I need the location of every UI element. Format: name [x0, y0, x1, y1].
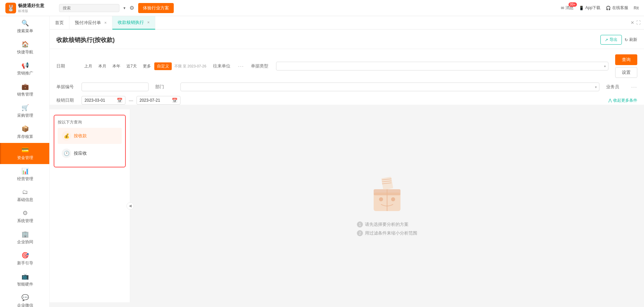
- date-tab-7days[interactable]: 近7天: [124, 62, 140, 70]
- message-badge: 99+: [569, 2, 577, 7]
- query-type-title: 按以下方查询: [58, 119, 122, 125]
- sidebar-item-enterprise[interactable]: 🏢 企业协同: [0, 227, 49, 248]
- query-btn[interactable]: 查询: [615, 54, 637, 65]
- search-icon: 🔍: [21, 19, 29, 27]
- export-icon: ↗: [605, 38, 608, 42]
- top-header: 🐰 畅捷通好生意 标准版 ▾ ⚙ 体验行业方案 ✉ 消息 99+ 📱 App下载…: [0, 0, 644, 16]
- date-tab-last-month[interactable]: 上月: [82, 62, 95, 70]
- tab-verify-close[interactable]: ×: [147, 20, 150, 25]
- date-tab-this-month[interactable]: 本月: [96, 62, 109, 70]
- sidebar-item-inventory[interactable]: 📦 库存核算: [0, 122, 49, 143]
- filter-option-receivable[interactable]: 🕐 按应收: [58, 145, 122, 161]
- doctype-select[interactable]: [276, 62, 608, 70]
- sidebar-label-search: 搜索菜单: [17, 28, 33, 34]
- sidebar-item-wechat[interactable]: 💬 企业微信: [0, 291, 49, 307]
- main-layout: 🔍 搜索菜单 🏠 快捷导航 📢 营销推广 💼 销售管理 🛒 采购管理 📦 库存核…: [0, 16, 644, 307]
- settings-btn[interactable]: 设置: [615, 67, 637, 78]
- sidebar-label-base: 基础信息: [17, 197, 33, 203]
- sidebar-item-quicknav[interactable]: 🏠 快捷导航: [0, 37, 49, 58]
- docnum-input[interactable]: [82, 83, 149, 91]
- date-range-hint: 不限 至 2023-07-26: [174, 64, 206, 69]
- main-table-area: 1 请先选择要分析的方案 2 用过滤条件来缩小分析范围: [130, 109, 644, 302]
- calendar-end-icon[interactable]: 📅: [172, 98, 177, 103]
- app-icon: 📱: [579, 6, 584, 10]
- sidebar-label-quicknav: 快捷导航: [17, 49, 33, 55]
- app-download-btn[interactable]: 📱 App下载: [579, 5, 600, 11]
- tab-prepay-close[interactable]: ×: [104, 20, 107, 25]
- date-tab-more[interactable]: 更多: [140, 62, 154, 70]
- sidebar-item-search[interactable]: 🔍 搜索菜单: [0, 16, 49, 37]
- sidebar-item-finance[interactable]: 💳 资金管理: [0, 143, 49, 164]
- date-tab-this-year[interactable]: 本年: [110, 62, 123, 70]
- tab-close-icon[interactable]: ✕: [631, 20, 634, 25]
- verify-date-label: 核销日期: [56, 97, 75, 103]
- message-icon: ✉: [561, 6, 564, 10]
- app-title: 畅捷通好生意: [18, 3, 44, 9]
- date-tabs: 上月 本月 本年 近7天 更多 自定义 不限 至 2023-07-26: [82, 62, 206, 70]
- refresh-label: 刷新: [629, 37, 637, 43]
- guide-icon: 🎯: [21, 252, 29, 259]
- wechat-icon: 💬: [21, 294, 29, 301]
- main-body: 按以下方查询 💰 按收款 🕐 按应收 ◀: [50, 109, 644, 302]
- search-input[interactable]: [59, 4, 119, 12]
- page-title: 收款核销执行(按收款): [56, 36, 115, 44]
- counterpart-input[interactable]: ···: [238, 63, 244, 69]
- receipt-icon: 💰: [62, 131, 71, 141]
- logo-text: 畅捷通好生意 标准版: [18, 3, 44, 13]
- hint-2-num: 2: [357, 230, 363, 236]
- query-type-panel: 按以下方查询 💰 按收款 🕐 按应收: [54, 115, 126, 167]
- sidebar-label-guide: 新手引导: [17, 260, 33, 266]
- sidebar-item-system[interactable]: ⚙ 系统管理: [0, 206, 49, 227]
- tab-prepay[interactable]: 预付冲应付单 ×: [69, 16, 112, 30]
- collapse-more-btn[interactable]: ⋀ 收起更多条件: [608, 98, 637, 103]
- filter-option-receipt[interactable]: 💰 按收款: [58, 128, 122, 144]
- page-area: 收款核销执行(按收款) ↗ 导出 ↻ 刷新 日期: [50, 30, 644, 307]
- date-label: 日期: [56, 63, 75, 69]
- refresh-btn[interactable]: ↻ 刷新: [625, 35, 637, 45]
- verify-date-end[interactable]: [140, 98, 170, 103]
- operation-icon: 📊: [21, 167, 29, 175]
- date-range-separator: —: [129, 98, 133, 103]
- empty-hints: 1 请先选择要分析的方案 2 用过滤条件来缩小分析范围: [357, 221, 417, 236]
- export-btn[interactable]: ↗ 导出: [600, 35, 622, 45]
- tab-home[interactable]: 首页: [50, 16, 69, 30]
- user-menu[interactable]: Rit: [634, 6, 639, 10]
- docnum-label: 单据编号: [56, 84, 75, 90]
- hint-1: 1 请先选择要分析的方案: [357, 221, 417, 227]
- receipt-label: 按收款: [74, 133, 87, 139]
- sidebar-item-purchase[interactable]: 🛒 采购管理: [0, 101, 49, 122]
- sidebar-label-inventory: 库存核算: [17, 134, 33, 140]
- sidebar-item-marketing[interactable]: 📢 营销推广: [0, 58, 49, 80]
- date-tab-custom[interactable]: 自定义: [154, 62, 172, 70]
- calendar-start-icon[interactable]: 📅: [117, 98, 122, 103]
- sidebar-item-operation[interactable]: 📊 经营管理: [0, 164, 49, 185]
- sidebar-item-hardware[interactable]: 📺 智能硬件: [0, 269, 49, 291]
- dept-select[interactable]: [180, 83, 599, 91]
- online-service-btn[interactable]: 🎧 在线客服: [606, 5, 628, 11]
- tab-verify-label: 收款核销执行: [118, 19, 144, 25]
- sidebar: 🔍 搜索菜单 🏠 快捷导航 📢 营销推广 💼 销售管理 🛒 采购管理 📦 库存核…: [0, 16, 50, 307]
- enterprise-icon: 🏢: [21, 231, 29, 238]
- industry-btn[interactable]: 体验行业方案: [138, 3, 174, 13]
- sidebar-label-hardware: 智能硬件: [17, 282, 33, 287]
- sidebar-item-sales[interactable]: 💼 销售管理: [0, 80, 49, 101]
- verify-date-start[interactable]: [85, 98, 115, 103]
- tab-verify[interactable]: 收款核销执行 ×: [112, 16, 155, 30]
- sidebar-label-operation: 经营管理: [17, 176, 33, 182]
- hint-2: 2 用过滤条件来缩小分析范围: [357, 230, 417, 236]
- tab-fullscreen-icon[interactable]: ⛶: [636, 20, 641, 25]
- salesperson-input[interactable]: ···: [631, 84, 637, 90]
- logo-icon: 🐰: [5, 3, 16, 13]
- header-right: ✉ 消息 99+ 📱 App下载 🎧 在线客服 Rit: [561, 5, 639, 11]
- search-dropdown-icon[interactable]: ▾: [123, 6, 125, 10]
- sidebar-item-guide[interactable]: 🎯 新手引导: [0, 248, 49, 269]
- panel-collapse-arrow[interactable]: ◀: [126, 202, 134, 210]
- sidebar-item-base[interactable]: 🗂 基础信息: [0, 185, 49, 206]
- settings-icon[interactable]: ⚙: [129, 5, 134, 11]
- filter-container: 日期 上月 本月 本年 近7天 更多 自定义 不限 至 2023-07-26 往…: [50, 49, 644, 105]
- doctype-label: 单据类型: [251, 63, 269, 69]
- sidebar-label-marketing: 营销推广: [17, 70, 33, 76]
- export-label: 导出: [609, 37, 618, 43]
- svg-point-4: [391, 197, 395, 201]
- message-btn[interactable]: ✉ 消息 99+: [561, 5, 574, 11]
